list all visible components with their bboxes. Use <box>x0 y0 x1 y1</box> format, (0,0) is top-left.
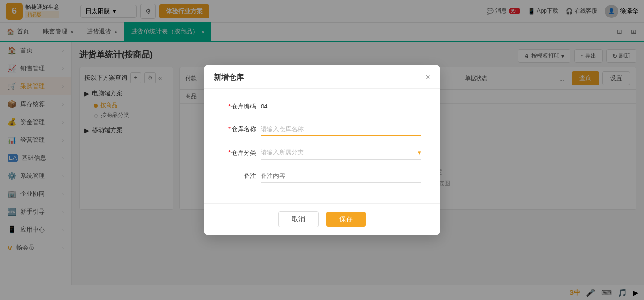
modal-body: *仓库编码 *仓库名称 *仓库分类 请输入所属分类 ▾ <box>204 89 440 203</box>
category-placeholder: 请输入所属分类 <box>261 148 304 157</box>
cancel-button[interactable]: 取消 <box>278 211 319 227</box>
form-row-code: *仓库编码 <box>223 100 421 113</box>
form-row-note: 备注 <box>223 169 421 183</box>
modal-close-button[interactable]: × <box>425 73 430 83</box>
form-row-category: *仓库分类 请输入所属分类 ▾ <box>223 145 421 160</box>
form-row-name: *仓库名称 <box>223 123 421 136</box>
note-input[interactable] <box>261 169 421 183</box>
category-chevron-icon: ▾ <box>418 149 421 156</box>
modal-footer: 取消 保存 <box>204 203 440 235</box>
modal-overlay[interactable]: 新增仓库 × *仓库编码 *仓库名称 *仓库分类 <box>0 0 644 300</box>
code-input[interactable] <box>261 100 421 113</box>
note-label: 备注 <box>223 172 256 180</box>
modal-header: 新增仓库 × <box>204 65 440 89</box>
save-button[interactable]: 保存 <box>326 212 366 227</box>
category-label: *仓库分类 <box>223 149 256 157</box>
code-label: *仓库编码 <box>223 102 256 111</box>
name-label: *仓库名称 <box>223 125 256 133</box>
category-select[interactable]: 请输入所属分类 ▾ <box>261 145 421 160</box>
modal-title: 新增仓库 <box>214 73 244 83</box>
add-warehouse-modal: 新增仓库 × *仓库编码 *仓库名称 *仓库分类 <box>204 65 440 235</box>
name-input[interactable] <box>261 123 421 136</box>
